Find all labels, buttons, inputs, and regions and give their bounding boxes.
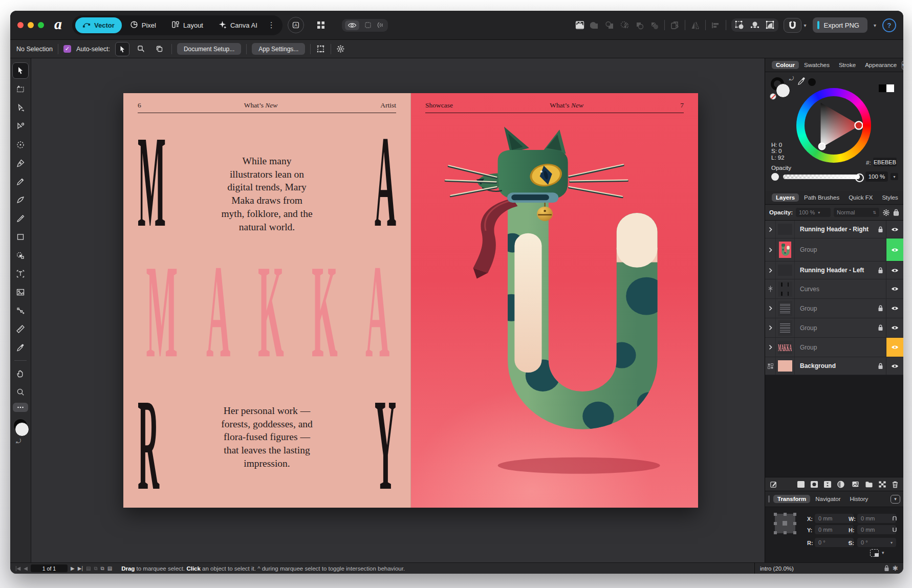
white-swatch[interactable] xyxy=(886,84,894,92)
layer-row[interactable]: Group xyxy=(765,318,903,338)
layer-thumbnail[interactable] xyxy=(776,262,795,279)
layer-thumbnail[interactable] xyxy=(776,357,795,375)
boolean-xor-icon[interactable] xyxy=(635,20,644,30)
layer-name[interactable]: Group xyxy=(795,238,875,261)
lock-icon[interactable] xyxy=(875,221,886,238)
first-page-icon[interactable]: |◀ xyxy=(15,565,20,571)
eye-toggle[interactable] xyxy=(886,299,903,318)
layer-thumbnail[interactable]: MAKKA xyxy=(776,338,795,357)
opacity-swatch[interactable] xyxy=(771,173,779,181)
page-indicator[interactable]: 1 of 1 xyxy=(31,564,68,572)
tab-history[interactable]: History xyxy=(845,495,872,503)
eye-toggle[interactable] xyxy=(886,221,903,238)
invert-layer-icon[interactable] xyxy=(837,481,845,488)
page-left[interactable]: 6 What’s New Artist M A R Y M A K K A xyxy=(123,93,411,508)
zoom-tool[interactable] xyxy=(13,384,28,400)
transform-mode-icon[interactable] xyxy=(870,549,879,557)
artboard-spread[interactable]: 6 What’s New Artist M A R Y M A K K A xyxy=(123,93,698,508)
lock-icon[interactable] xyxy=(875,318,886,337)
settings-gear-icon[interactable] xyxy=(336,45,345,53)
pencil-tool[interactable] xyxy=(13,174,28,189)
node-tool[interactable] xyxy=(13,100,28,116)
tab-layout[interactable]: Layout xyxy=(164,17,210,33)
character-panel-icon[interactable]: A xyxy=(288,17,304,33)
export-png-button[interactable]: Export PNG xyxy=(813,17,867,33)
preview-mode-icon[interactable] xyxy=(345,20,359,30)
edit-layer-icon[interactable] xyxy=(770,481,777,488)
layer-expand-icon[interactable] xyxy=(765,318,776,337)
pages-stack-icon[interactable]: ▤ xyxy=(86,565,91,571)
no-colour-well[interactable] xyxy=(770,93,776,100)
layer-row[interactable]: Curves xyxy=(765,279,903,299)
eye-toggle[interactable] xyxy=(886,238,903,261)
fill-stroke-selector[interactable]: ⤾ xyxy=(12,418,29,447)
tab-path-brushes[interactable]: Path Brushes xyxy=(800,193,843,202)
x-input[interactable]: 0 mm xyxy=(815,514,854,523)
transform-objects-icon[interactable] xyxy=(734,20,745,30)
help-button[interactable]: ? xyxy=(882,18,896,32)
boolean-subtract-icon[interactable] xyxy=(605,20,615,30)
eye-toggle[interactable] xyxy=(886,338,903,357)
minimize-window-button[interactable] xyxy=(28,22,34,28)
layer-row[interactable]: Group xyxy=(765,299,903,318)
tab-swatches[interactable]: Swatches xyxy=(800,61,834,69)
opacity-slider-knob[interactable] xyxy=(855,173,864,182)
colour-wheel[interactable] xyxy=(796,88,871,163)
transform-mode-dropdown-icon[interactable]: ▾ xyxy=(882,550,884,555)
studio-grid-icon[interactable] xyxy=(316,20,325,30)
lock-icon[interactable] xyxy=(875,357,886,375)
autoselect-object-mode-icon[interactable] xyxy=(135,42,148,56)
flip-icon[interactable] xyxy=(690,20,700,30)
boolean-intersect-icon[interactable] xyxy=(620,20,629,30)
last-page-icon[interactable]: ▶| xyxy=(78,565,83,571)
layer-row[interactable]: Background xyxy=(765,357,903,375)
pen-tool[interactable] xyxy=(13,156,28,171)
duplicate-page-icon[interactable]: ⧉ xyxy=(101,565,104,572)
layer-name[interactable]: Running Header - Right xyxy=(795,221,875,238)
tab-transform[interactable]: Transform xyxy=(773,495,810,503)
add-group-icon[interactable] xyxy=(865,481,873,488)
split-view-icon[interactable] xyxy=(377,21,385,29)
artboard-tool[interactable] xyxy=(13,82,28,97)
tab-canva-ai[interactable]: Canva AI xyxy=(211,17,265,33)
previous-page-icon[interactable]: ◀ xyxy=(24,565,28,571)
autoselect-cursor-icon[interactable] xyxy=(115,42,129,56)
layer-thumbnail[interactable] xyxy=(776,318,795,337)
autoselect-checkbox[interactable]: ✓ xyxy=(63,45,71,53)
hand-tool[interactable] xyxy=(13,366,28,381)
spread-view-icon[interactable]: ⧉ xyxy=(94,565,97,572)
layers-lock-icon[interactable] xyxy=(893,209,899,216)
alignment-icon[interactable] xyxy=(711,20,721,30)
tab-layers[interactable]: Layers xyxy=(772,193,799,202)
add-image-layer-icon[interactable] xyxy=(852,481,860,488)
tab-appearance[interactable]: Appearance xyxy=(861,61,901,69)
snapping-dropdown-icon[interactable]: ▾ xyxy=(804,23,807,28)
layer-row[interactable]: Running Header - Right xyxy=(765,221,903,238)
layer-expand-icon[interactable] xyxy=(765,221,776,238)
tab-vector[interactable]: Vector xyxy=(75,17,122,33)
layer-name[interactable]: Curves xyxy=(795,279,875,298)
next-page-icon[interactable]: ▶ xyxy=(71,565,75,571)
export-options-dropdown-icon[interactable]: ▾ xyxy=(874,23,876,28)
point-transform-tool[interactable] xyxy=(13,303,28,318)
blend-mode-dropdown[interactable]: Normal⇅ xyxy=(834,208,879,217)
lock-icon[interactable] xyxy=(875,262,886,279)
persona-overflow-menu-icon[interactable]: ⋮ xyxy=(266,20,279,30)
layers-opacity-dropdown[interactable]: 100 %▾ xyxy=(796,208,831,217)
layer-expand-icon[interactable] xyxy=(765,299,776,318)
vector-brush-tool[interactable] xyxy=(13,192,28,208)
canvas[interactable]: 6 What’s New Artist M A R Y M A K K A xyxy=(31,58,765,562)
autoselect-group-mode-icon[interactable] xyxy=(153,42,166,56)
shear-input[interactable]: 0 °▾ xyxy=(857,538,896,547)
zoom-window-button[interactable] xyxy=(38,22,44,28)
move-tool[interactable] xyxy=(12,62,29,79)
tab-quick-fx[interactable]: Quick FX xyxy=(844,193,877,202)
opacity-slider[interactable] xyxy=(783,175,860,179)
cat-illustration[interactable] xyxy=(438,123,668,481)
opacity-dropdown-icon[interactable]: ▾ xyxy=(891,173,898,180)
pixel-preview-icon[interactable] xyxy=(575,20,585,30)
tab-stroke[interactable]: Stroke xyxy=(835,61,860,69)
snapping-magnet-icon[interactable] xyxy=(784,18,801,33)
layer-row[interactable]: MAKKAGroup xyxy=(765,338,903,357)
frame-text-tool[interactable] xyxy=(13,266,28,281)
